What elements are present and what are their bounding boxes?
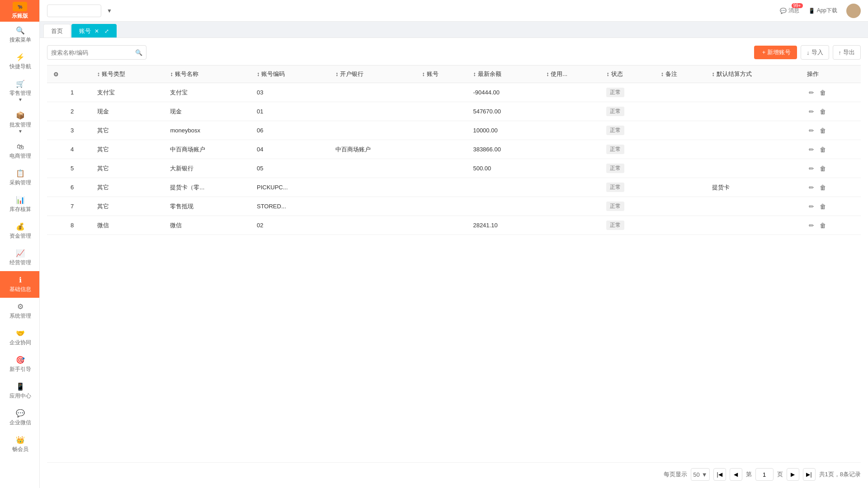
row-index: 2 — [65, 102, 92, 121]
row-code: 04 — [251, 140, 330, 159]
app-center-icon: 📱 — [16, 382, 25, 391]
delete-button[interactable]: 🗑 — [818, 145, 828, 154]
last-page-button[interactable]: ▶| — [803, 468, 816, 481]
accounts-table: ⚙ ↕ 账号类型 ↕ 账号名称 ↕ 账号编码 ↕ 开户银行 — [47, 65, 861, 235]
sidebar-item-operation[interactable]: 📈 经营管理 — [0, 244, 39, 271]
delete-button[interactable]: 🗑 — [818, 107, 828, 116]
row-balance — [467, 178, 541, 197]
col-type[interactable]: ↕ 账号类型 — [92, 66, 165, 83]
sidebar-item-enterprise[interactable]: 🤝 企业协同 — [0, 324, 39, 351]
row-bank — [330, 83, 417, 102]
add-account-button[interactable]: + 新增账号 — [754, 46, 797, 59]
tab-account[interactable]: 账号 ✕ ⤢ — [71, 24, 117, 38]
row-default-pay — [707, 140, 802, 159]
row-action: ✏ 🗑 — [802, 83, 861, 102]
sidebar-item-inventory[interactable]: 📊 库存核算 — [0, 191, 39, 218]
system-icon: ⚙ — [17, 302, 24, 311]
row-index: 5 — [65, 159, 92, 178]
sidebar-item-guide[interactable]: 🎯 新手引导 — [0, 351, 39, 378]
content-area: 🔍 + 新增账号 ↓ 导入 ↑ 导出 — [40, 38, 868, 488]
sidebar-item-wholesale[interactable]: 📦 批发管理 ▼ — [0, 107, 39, 138]
search-icon[interactable]: 🔍 — [135, 49, 142, 56]
row-bank — [330, 121, 417, 140]
topbar-search-input[interactable] — [47, 5, 101, 17]
tabbar: 首页 账号 ✕ ⤢ — [40, 22, 868, 38]
row-code: 03 — [251, 83, 330, 102]
tab-close-button[interactable]: ✕ — [94, 28, 99, 34]
tab-expand-icon[interactable]: ⤢ — [104, 28, 109, 34]
sidebar-item-purchase[interactable]: 📋 采购管理 — [0, 164, 39, 191]
sidebar-item-app-center[interactable]: 📱 应用中心 — [0, 378, 39, 404]
sidebar-item-label: 新手引导 — [9, 366, 31, 373]
sidebar-item-system[interactable]: ⚙ 系统管理 — [0, 298, 39, 324]
sidebar-item-retail[interactable]: 🛒 零售管理 ▼ — [0, 75, 39, 107]
app-subtitle: 乐账版 — [12, 12, 28, 20]
col-default-pay[interactable]: ↕ 默认结算方式 — [707, 66, 802, 83]
col-name-label: ↕ 账号名称 — [170, 70, 198, 77]
user-avatar[interactable] — [846, 4, 861, 18]
delete-button[interactable]: 🗑 — [818, 202, 828, 211]
sidebar-item-quick-nav[interactable]: ⚡ 快捷导航 — [0, 48, 39, 75]
delete-button[interactable]: 🗑 — [818, 164, 828, 173]
sidebar-item-capital[interactable]: 💰 资金管理 — [0, 218, 39, 244]
col-status[interactable]: ↕ 状态 — [601, 66, 655, 83]
edit-button[interactable]: ✏ — [807, 88, 816, 97]
edit-button[interactable]: ✏ — [807, 202, 816, 211]
row-settings — [47, 83, 65, 102]
delete-button[interactable]: 🗑 — [818, 221, 828, 230]
prev-page-button[interactable]: ◀ — [730, 468, 742, 481]
table-container: ⚙ ↕ 账号类型 ↕ 账号名称 ↕ 账号编码 ↕ 开户银行 — [47, 65, 861, 462]
row-type: 现金 — [92, 102, 165, 121]
row-status: 正常 — [601, 159, 655, 178]
row-code: STORED... — [251, 197, 330, 216]
sidebar-item-label: 企业微信 — [9, 419, 31, 427]
row-index: 3 — [65, 121, 92, 140]
edit-button[interactable]: ✏ — [807, 221, 816, 230]
search-input[interactable] — [51, 49, 135, 56]
col-settings[interactable]: ⚙ — [47, 66, 65, 83]
import-button[interactable]: ↓ 导入 — [801, 45, 829, 60]
edit-button[interactable]: ✏ — [807, 126, 816, 135]
edit-button[interactable]: ✏ — [807, 183, 816, 192]
tab-home[interactable]: 首页 — [43, 24, 71, 38]
col-name[interactable]: ↕ 账号名称 — [165, 66, 251, 83]
col-bank[interactable]: ↕ 开户银行 — [330, 66, 417, 83]
row-bank — [330, 197, 417, 216]
edit-button[interactable]: ✏ — [807, 145, 816, 154]
edit-button[interactable]: ✏ — [807, 164, 816, 173]
delete-button[interactable]: 🗑 — [818, 183, 828, 192]
row-status: 正常 — [601, 83, 655, 102]
row-balance: -90444.00 — [467, 83, 541, 102]
download-icon: 📱 — [808, 8, 815, 14]
delete-button[interactable]: 🗑 — [818, 126, 828, 135]
next-page-button[interactable]: ▶ — [787, 468, 799, 481]
edit-button[interactable]: ✏ — [807, 107, 816, 116]
sidebar-item-label: 企业协同 — [9, 339, 31, 347]
col-balance[interactable]: ↕ 最新余额 — [467, 66, 541, 83]
member-icon: 👑 — [16, 436, 25, 444]
row-bank — [330, 216, 417, 235]
first-page-button[interactable]: |◀ — [713, 468, 726, 481]
row-usage — [541, 83, 601, 102]
messages-button[interactable]: 💬 消息 99+ — [780, 7, 799, 14]
table-row: 8 微信 微信 02 28241.10 正常 ✏ 🗑 — [47, 216, 861, 235]
row-code: 06 — [251, 121, 330, 140]
per-page-select[interactable]: 50 ▼ — [691, 468, 709, 481]
topbar-right: 💬 消息 99+ 📱 App下载 — [780, 4, 861, 18]
sidebar-item-wechat[interactable]: 💬 企业微信 — [0, 404, 39, 431]
col-usage[interactable]: ↕ 使用... — [541, 66, 601, 83]
sidebar-item-search[interactable]: 🔍 搜索菜单 — [0, 22, 39, 48]
sidebar-item-member[interactable]: 👑 畅会员 — [0, 431, 39, 458]
export-button[interactable]: ↑ 导出 — [833, 45, 861, 60]
table-row: 6 其它 提货卡（零... PICKUPC... 正常 提货卡 ✏ 🗑 — [47, 178, 861, 197]
sidebar-item-ecommerce[interactable]: 🛍 电商管理 — [0, 138, 39, 164]
sidebar-item-basic-info[interactable]: ℹ 基础信息 — [0, 271, 39, 298]
page-input[interactable] — [755, 468, 774, 481]
col-type-label: ↕ 账号类型 — [97, 70, 125, 77]
app-download-button[interactable]: 📱 App下载 — [808, 7, 837, 14]
col-code[interactable]: ↕ 账号编码 — [251, 66, 330, 83]
col-account[interactable]: ↕ 账号 — [417, 66, 468, 83]
topbar-dropdown[interactable]: ▼ — [107, 8, 112, 14]
col-remark[interactable]: ↕ 备注 — [656, 66, 707, 83]
delete-button[interactable]: 🗑 — [818, 88, 828, 97]
